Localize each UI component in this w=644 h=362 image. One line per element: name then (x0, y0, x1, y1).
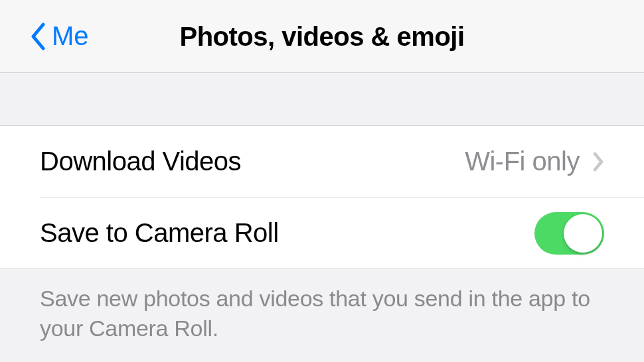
chevron-right-icon (593, 152, 604, 172)
row-label: Save to Camera Roll (40, 218, 279, 248)
page-title: Photos, videos & emoji (179, 21, 464, 51)
back-button[interactable]: Me (0, 20, 89, 53)
row-download-videos[interactable]: Download Videos Wi-Fi only (0, 126, 644, 197)
row-label: Download Videos (40, 147, 241, 176)
nav-bar: Me Photos, videos & emoji (0, 0, 644, 73)
row-value: Wi-Fi only (465, 147, 580, 176)
row-right: Wi-Fi only (465, 147, 604, 176)
row-save-camera-roll: Save to Camera Roll (0, 198, 644, 269)
toggle-save-camera-roll[interactable] (534, 212, 604, 255)
toggle-knob (564, 214, 602, 253)
chevron-left-icon (28, 20, 48, 53)
section-footer: Save new photos and videos that you send… (0, 269, 644, 343)
section-spacer (0, 73, 644, 126)
back-label: Me (52, 21, 89, 51)
